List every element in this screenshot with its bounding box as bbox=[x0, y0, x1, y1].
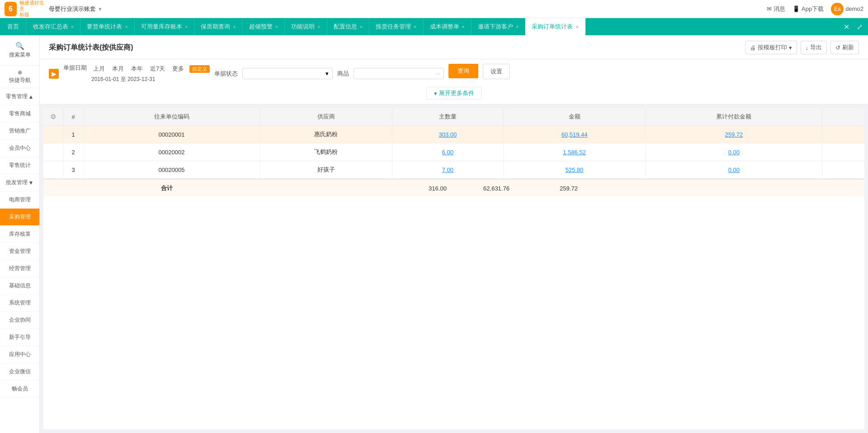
sidebar-item-purchase-mgmt[interactable]: 采购管理 bbox=[0, 209, 39, 226]
row3-main-qty-link[interactable]: 7.00 bbox=[442, 167, 453, 173]
sidebar-item-ecommerce-mgmt[interactable]: 电商管理 bbox=[0, 191, 39, 209]
query-btn[interactable]: 查询 bbox=[448, 64, 478, 78]
sidebar-item-operations-mgmt[interactable]: 经营管理 bbox=[0, 260, 39, 277]
row1-cum-pay-link[interactable]: 259.72 bbox=[725, 131, 743, 138]
filter-date-group: 单据日期 上月 本月 本年 近7天 更多 自定义 2016-01-01 至 bbox=[63, 64, 210, 83]
table-footer: 合计 316.00 62,631.76 259.72 bbox=[43, 179, 864, 197]
status-filter-select[interactable]: ▾ bbox=[242, 68, 333, 79]
sidebar-item-retail-mgmt[interactable]: 零售管理 ▲ bbox=[0, 88, 39, 105]
tab-close-invite-downstream[interactable]: × bbox=[516, 24, 519, 29]
tab-close-picking-task[interactable]: × bbox=[414, 24, 416, 29]
maximize-btn[interactable]: ⤢ bbox=[855, 21, 864, 33]
search-menu-btn[interactable]: 🔍 搜索菜单 bbox=[3, 39, 37, 62]
sidebar-item-wholesale-mgmt[interactable]: 批发管理 ▼ bbox=[0, 174, 39, 191]
user-avatar[interactable]: Ea demo2 bbox=[831, 3, 863, 15]
tab-close-receive-summary[interactable]: × bbox=[71, 24, 74, 29]
tab-goods-summary[interactable]: 要货单统计表 × bbox=[80, 18, 134, 35]
row1-settings bbox=[43, 126, 63, 143]
message-btn[interactable]: ✉ 消息 bbox=[767, 5, 785, 13]
tab-close-function-desc[interactable]: × bbox=[317, 24, 320, 29]
workspace-selector[interactable]: 母婴行业演示账套 ▼ bbox=[49, 5, 762, 13]
tab-config-info[interactable]: 配置信息 × bbox=[327, 18, 369, 35]
refresh-btn[interactable]: ↺ 刷新 bbox=[830, 41, 859, 54]
tab-receive-summary[interactable]: 收发存汇总表 × bbox=[27, 18, 80, 35]
sidebar-item-finance-mgmt[interactable]: 资金管理 bbox=[0, 243, 39, 260]
row3-cumulative-payment: 0.00 bbox=[646, 161, 822, 179]
row3-settings bbox=[43, 161, 63, 179]
sidebar-item-member-center[interactable]: 会员中心 bbox=[0, 140, 39, 157]
tab-available-stock[interactable]: 可用量库存账本 × bbox=[135, 18, 194, 35]
row2-index: 2 bbox=[63, 143, 83, 161]
close-all-tabs-btn[interactable]: ✕ bbox=[842, 21, 851, 33]
col-supplier: 供应商 bbox=[260, 108, 392, 126]
template-print-btn[interactable]: 🖨 按模板打印 ▾ bbox=[745, 41, 797, 54]
sidebar-item-retail-stats[interactable]: 零售统计 bbox=[0, 157, 39, 174]
template-print-arrow: ▾ bbox=[789, 44, 792, 51]
tab-close-goods-summary[interactable]: × bbox=[125, 24, 127, 29]
tab-purchase-summary[interactable]: 采购订单统计表 × bbox=[525, 18, 585, 35]
tab-close-config-info[interactable]: × bbox=[360, 24, 363, 29]
shortcut-more[interactable]: 更多 bbox=[170, 64, 186, 74]
table-body: 1 00020001 惠氏奶粉 303.00 60,519.44 259.72 … bbox=[43, 126, 864, 179]
settings-btn[interactable]: 设置 bbox=[483, 64, 510, 79]
column-settings-icon[interactable]: ⚙ bbox=[50, 113, 56, 120]
col-main-qty: 主数量 bbox=[392, 108, 503, 126]
row1-amount-link[interactable]: 60,519.44 bbox=[561, 131, 588, 138]
sidebar-item-enterprise-wechat[interactable]: 企业微信 bbox=[0, 363, 39, 381]
row3-amount-link[interactable]: 525.80 bbox=[566, 167, 584, 173]
tab-close-overstock-warning[interactable]: × bbox=[275, 24, 278, 29]
shortcut-last-month[interactable]: 上月 bbox=[91, 64, 107, 74]
row1-supplier: 惠氏奶粉 bbox=[260, 126, 392, 143]
sidebar-item-member[interactable]: 畅会员 bbox=[0, 381, 39, 398]
expand-row: ▾ 展开更多条件 bbox=[49, 87, 859, 100]
tab-close-purchase-summary[interactable]: × bbox=[576, 24, 578, 29]
tab-cost-adjust[interactable]: 成本调整单 × bbox=[424, 18, 472, 35]
sidebar-item-retail-mall[interactable]: 零售商城 bbox=[0, 105, 39, 123]
row3-main-qty: 7.00 bbox=[392, 161, 503, 179]
shortcut-this-year[interactable]: 本年 bbox=[129, 64, 145, 74]
sidebar-item-enterprise-collab[interactable]: 企业协同 bbox=[0, 312, 39, 329]
expand-icon-2: ▼ bbox=[28, 180, 34, 186]
sidebar-item-stock-check[interactable]: 库存核算 bbox=[0, 226, 39, 243]
goods-filter-input[interactable] bbox=[358, 70, 435, 77]
row2-amount-link[interactable]: 1,586.52 bbox=[563, 149, 586, 156]
expand-icon: ▲ bbox=[28, 94, 34, 100]
tab-warranty-query[interactable]: 保质期查询 × bbox=[194, 18, 242, 35]
expand-more-conditions-btn[interactable]: ▾ 展开更多条件 bbox=[426, 87, 482, 100]
row1-main-qty: 303.00 bbox=[392, 126, 503, 143]
goods-more-btn[interactable]: ··· bbox=[435, 71, 440, 77]
tab-home[interactable]: 首页 bbox=[0, 18, 27, 35]
tab-invite-downstream[interactable]: 邀请下游客户 × bbox=[472, 18, 525, 35]
row3-cum-pay-link[interactable]: 0.00 bbox=[728, 167, 740, 173]
app-download-btn[interactable]: 📱 App下载 bbox=[793, 5, 824, 13]
sidebar-item-system-mgmt[interactable]: 系统管理 bbox=[0, 295, 39, 312]
tab-close-cost-adjust[interactable]: × bbox=[462, 24, 465, 29]
row1-extra bbox=[822, 126, 864, 143]
quick-nav-btn[interactable]: ⊕ 快捷导航 bbox=[0, 66, 39, 88]
nav-tabs: 首页 收发存汇总表 × 要货单统计表 × 可用量库存账本 × 保质期查询 × 超… bbox=[0, 18, 868, 35]
tab-close-warranty-query[interactable]: × bbox=[233, 24, 236, 29]
export-icon: ↓ bbox=[806, 44, 809, 51]
row3-supplier: 好孩子 bbox=[260, 161, 392, 179]
sidebar-item-basic-info[interactable]: 基础信息 bbox=[0, 277, 39, 295]
sidebar-item-new-guide[interactable]: 新手引导 bbox=[0, 329, 39, 346]
sidebar-item-app-center[interactable]: 应用中心 bbox=[0, 346, 39, 363]
export-btn[interactable]: ↓ 导出 bbox=[801, 41, 827, 54]
row2-supplier: 飞鹤奶粉 bbox=[260, 143, 392, 161]
row2-main-qty-link[interactable]: 6.00 bbox=[442, 149, 453, 156]
sidebar-item-marketing[interactable]: 营销推广 bbox=[0, 123, 39, 140]
row1-main-qty-link[interactable]: 303.00 bbox=[439, 131, 457, 138]
filter-collapse-btn[interactable]: ▶ bbox=[49, 69, 59, 79]
tab-picking-task[interactable]: 拣货任务管理 × bbox=[369, 18, 423, 35]
tab-function-desc[interactable]: 功能说明 × bbox=[285, 18, 327, 35]
tab-overstock-warning[interactable]: 超储预警 × bbox=[243, 18, 285, 35]
shortcut-this-month[interactable]: 本月 bbox=[110, 64, 126, 74]
row2-cum-pay-link[interactable]: 0.00 bbox=[728, 149, 740, 156]
print-icon: 🖨 bbox=[750, 44, 756, 51]
download-icon: 📱 bbox=[793, 5, 800, 12]
custom-date-badge[interactable]: 自定义 bbox=[189, 65, 210, 73]
filter-area: ▶ 单据日期 上月 本月 本年 近7天 更多 自定义 2016-0 bbox=[40, 59, 868, 105]
shortcut-7days[interactable]: 近7天 bbox=[148, 64, 167, 74]
tab-close-available-stock[interactable]: × bbox=[185, 24, 188, 29]
row2-cumulative-payment: 0.00 bbox=[646, 143, 822, 161]
